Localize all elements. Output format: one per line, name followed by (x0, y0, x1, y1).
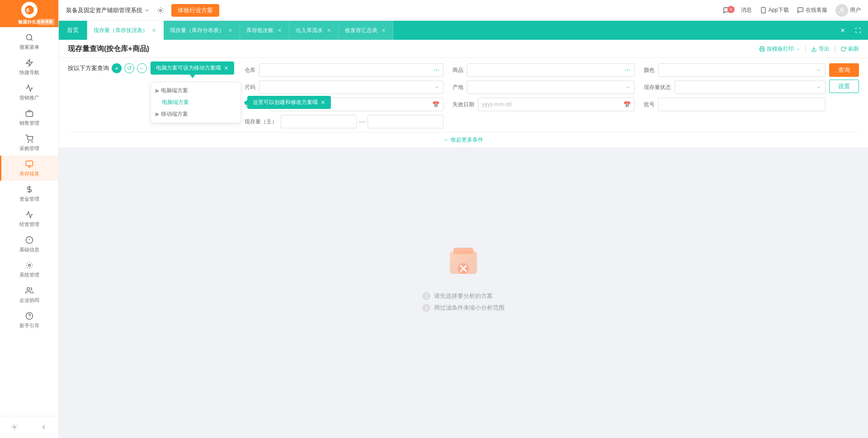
plan-category-mobile: ▶ 移动端方案 (151, 108, 241, 120)
sidebar-item-nav[interactable]: 快捷导航 (0, 54, 58, 80)
warehouse-dots-icon[interactable]: ··· (434, 66, 439, 74)
sidebar-item-collab[interactable]: 企业协同 (0, 282, 58, 307)
tip-num-1: 1 (422, 292, 430, 300)
color-select[interactable] (658, 63, 826, 77)
svg-line-3 (31, 39, 32, 40)
svg-rect-26 (760, 50, 764, 52)
stock-main-from[interactable] (281, 115, 357, 128)
mobile-expand-icon[interactable]: ▶ (156, 111, 159, 117)
sidebar-item-guide[interactable]: 新手引导 (0, 307, 58, 333)
filter-add-btn[interactable]: + (112, 63, 122, 73)
sidebar-item-marketing[interactable]: 营销推广 (0, 80, 58, 105)
desktop-expand-icon[interactable]: ▶ (156, 88, 159, 94)
sidebar-item-collab-label: 企业协同 (19, 297, 39, 304)
color-chevron-icon (816, 67, 821, 73)
template-print-btn[interactable]: 按模板打印 (759, 45, 800, 53)
stock-main-to[interactable] (368, 115, 443, 128)
stock-status-select[interactable] (675, 80, 826, 94)
management-icon (24, 210, 34, 220)
filter-form: 仓库 ··· 商品 ··· 颜色 (245, 61, 826, 128)
origin-chevron-icon (625, 85, 631, 90)
tab-item-2[interactable]: 库存批次账 ✕ (240, 21, 289, 40)
tooltip-create-close[interactable]: ✕ (321, 99, 326, 106)
tab-item-3[interactable]: 出入库流水 ✕ (289, 21, 339, 40)
message-action[interactable]: 8 消息 (723, 6, 752, 14)
stock-icon (24, 159, 34, 169)
user-action[interactable]: 用户 (835, 4, 861, 17)
tooltip-desktop-close[interactable]: ✕ (224, 65, 229, 71)
tip-text-2: 用过滤条件来缩小分析范围 (434, 304, 505, 312)
svg-point-19 (14, 426, 15, 428)
tab-item-4[interactable]: 收发存汇总表 ✕ (339, 21, 393, 40)
tab-expand-btn[interactable] (852, 24, 864, 37)
sidebar-item-purchase[interactable]: 采购管理 (0, 130, 58, 155)
plan-item-desktop-label: 电脑端方案 (162, 99, 189, 106)
sidebar-item-info[interactable]: 基础信息 (0, 231, 58, 257)
filter-refresh-btn[interactable]: ↺ (124, 63, 134, 73)
goods-input[interactable]: ··· (467, 63, 635, 77)
user-label: 用户 (850, 6, 861, 14)
sidebar-item-finance[interactable]: 资金管理 (0, 181, 58, 206)
sidebar-item-system[interactable]: 系统管理 (0, 257, 58, 282)
sidebar-item-stock[interactable]: 库存核算 (0, 155, 58, 181)
filter-group-warehouse: 仓库 ··· (245, 63, 443, 77)
content-area: 现存量查询(按仓库+商品) 按模板打印 | 导出 | 刷 (59, 40, 868, 438)
sidebar-item-management[interactable]: 经营管理 (0, 206, 58, 231)
app-download-action[interactable]: App下载 (760, 6, 789, 14)
goods-dots-icon[interactable]: ··· (624, 66, 630, 74)
sidebar-item-sales-label: 销售管理 (19, 120, 39, 127)
sidebar-item-nav-label: 快捷导航 (19, 69, 39, 76)
tab-close-all-btn[interactable] (836, 24, 849, 37)
tab-close-2[interactable]: ✕ (276, 27, 283, 33)
svg-rect-29 (453, 248, 473, 254)
page-title-row: 现存量查询(按仓库+商品) 按模板打印 | 导出 | 刷 (68, 44, 859, 57)
warehouse-input[interactable]: ··· (259, 63, 443, 77)
tab-close-0[interactable]: ✕ (151, 27, 157, 33)
tip-text-1: 请先选择要分析的方案 (434, 292, 493, 300)
query-btn[interactable]: 查询 (829, 63, 859, 77)
logo: 6 畅通好生意 标准版 (0, 0, 58, 27)
plan-item-desktop[interactable]: 电脑端方案 (151, 96, 241, 108)
origin-select[interactable] (467, 80, 635, 94)
query-buttons: 查询 设置 (829, 61, 859, 93)
online-service-action[interactable]: 在线客服 (797, 6, 827, 14)
collapse-sidebar-icon[interactable] (38, 421, 50, 433)
tab-home[interactable]: 首页 (59, 21, 87, 40)
expiry-date-calendar-icon[interactable]: 📅 (623, 101, 631, 108)
tooltip-create: 这里可以创建和修改方案哦 ✕ (247, 96, 331, 109)
header-left: 装备及固定资产辅助管理系统 体验行业方案 (66, 4, 219, 17)
action-sep-1: | (805, 45, 807, 53)
export-btn[interactable]: 导出 (811, 45, 830, 53)
plan-category-desktop: ▶ 电脑端方案 (151, 85, 241, 96)
svg-text:6: 6 (26, 7, 29, 14)
expiry-date-input[interactable]: yyyy-mm-dd 📅 (478, 98, 635, 111)
tab-close-1[interactable]: ✕ (227, 27, 233, 33)
sidebar-item-sales[interactable]: 销售管理 (0, 105, 58, 130)
production-date-calendar-icon[interactable]: 📅 (432, 101, 439, 108)
filter-group-size: 尺码 (245, 80, 443, 94)
tab-close-3[interactable]: ✕ (326, 27, 332, 33)
batch-label: 批号 (644, 101, 655, 108)
message-badge: 8 (727, 6, 735, 13)
solution-button[interactable]: 体验行业方案 (171, 4, 219, 17)
color-label: 颜色 (644, 66, 655, 74)
refresh-btn[interactable]: 刷新 (840, 45, 859, 53)
batch-input[interactable] (658, 98, 826, 111)
page-title: 现存量查询(按仓库+商品) (68, 44, 149, 54)
collapse-btn[interactable]: 收起更多条件 (68, 132, 859, 147)
sidebar-item-search[interactable]: 搜索菜单 (0, 29, 58, 54)
reset-btn[interactable]: 设置 (829, 80, 859, 93)
tab-label-1: 现存量（库存分布表） (170, 27, 224, 34)
tab-bar: 首页 现存量（库存状况表） ✕ 现存量（库存分布表） ✕ 库存批次账 ✕ 出入库… (59, 21, 868, 40)
tab-item-1[interactable]: 现存量（库存分布表） ✕ (164, 21, 240, 40)
size-select[interactable] (259, 80, 443, 94)
system-selector[interactable]: 装备及固定资产辅助管理系统 (66, 6, 150, 14)
empty-tips: 1 请先选择要分析的方案 2 用过滤条件来缩小分析范围 (422, 292, 505, 312)
filter-back-btn[interactable]: ← (137, 63, 147, 73)
settings-icon[interactable] (8, 421, 21, 433)
goods-label: 商品 (453, 66, 463, 74)
filter-group-stock-status: 现存量状态 (644, 80, 826, 94)
tab-item-0[interactable]: 现存量（库存状况表） ✕ (87, 21, 164, 40)
tab-close-4[interactable]: ✕ (380, 27, 387, 33)
settings-gear-btn[interactable] (154, 4, 167, 17)
